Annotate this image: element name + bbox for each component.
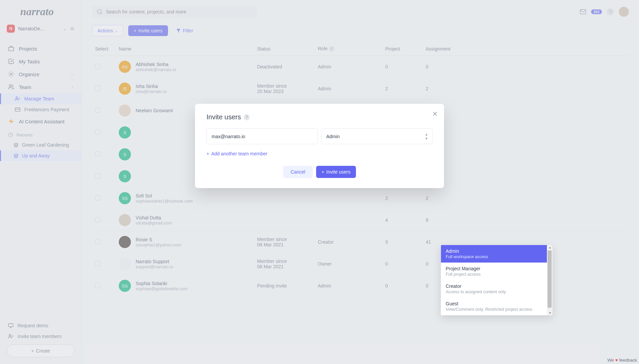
scrollbar-thumb[interactable] — [548, 250, 552, 308]
plus-icon: + — [322, 169, 324, 175]
option-title: Creator — [446, 283, 545, 289]
invite-users-modal: ✕ Invite users ? Admin ▴▾ + Add another … — [195, 104, 444, 188]
heart-icon: ♥ — [615, 358, 618, 363]
scroll-down-icon[interactable]: ▾ — [549, 311, 551, 314]
option-title: Project Manager — [446, 266, 545, 271]
option-desc: View/Comment only, Restricted project ac… — [446, 307, 545, 312]
dropdown-option[interactable]: CreatorAccess to assigned content only — [441, 280, 552, 298]
option-title: Guest — [446, 301, 545, 306]
close-button[interactable]: ✕ — [432, 110, 438, 118]
option-desc: Full workspace access — [446, 254, 545, 259]
email-input[interactable] — [206, 128, 318, 144]
help-icon[interactable]: ? — [244, 114, 250, 120]
role-select[interactable]: Admin ▴▾ — [321, 128, 433, 144]
dropdown-option[interactable]: AdminFull workspace access — [441, 245, 552, 263]
option-title: Admin — [446, 248, 545, 254]
option-desc: Access to assigned content only — [446, 290, 545, 294]
cancel-button[interactable]: Cancel — [283, 166, 313, 178]
modal-overlay: ✕ Invite users ? Admin ▴▾ + Add another … — [0, 0, 639, 364]
dropdown-option[interactable]: Project ManagerFull project access — [441, 263, 552, 280]
add-another-link[interactable]: + Add another team member — [206, 151, 268, 156]
dropdown-option[interactable]: GuestView/Comment only, Restricted proje… — [441, 298, 552, 315]
feedback-widget[interactable]: We ♥ feedback — [607, 358, 637, 363]
link-label: Add another team member — [211, 151, 268, 156]
select-value: Admin — [326, 134, 340, 139]
confirm-invite-button[interactable]: + Invite users — [316, 166, 356, 178]
select-caret-icon: ▴▾ — [425, 132, 427, 141]
plus-icon: + — [206, 151, 209, 156]
option-desc: Full project access — [446, 272, 545, 277]
scroll-up-icon[interactable]: ▴ — [549, 246, 551, 249]
modal-title: Invite users ? — [206, 113, 433, 121]
scrollbar[interactable]: ▴ ▾ — [547, 245, 552, 315]
button-label: Invite users — [326, 169, 351, 175]
role-dropdown: ▴ ▾ AdminFull workspace accessProject Ma… — [441, 245, 553, 315]
